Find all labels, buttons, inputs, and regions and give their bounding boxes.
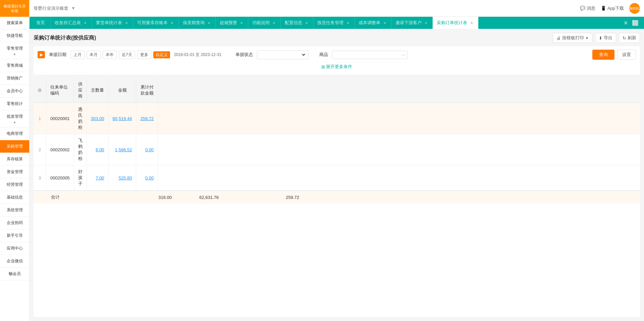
sidebar-item-18[interactable]: 企业微信 — [0, 255, 29, 268]
page-header: 采购订单统计表(按供应商) 🖨 按模板打印 ▼ ⬇ 导出 ↻ 刷新 — [34, 33, 640, 43]
app-download-icon: 📱 — [601, 6, 606, 11]
filter-more-date-button[interactable]: 更多 — [137, 51, 151, 59]
sidebar-item-label-8: 电商管理 — [7, 131, 23, 137]
th-qty: 主数量 — [87, 78, 108, 103]
sidebar-item-label-6: 零售统计 — [7, 101, 23, 107]
th-code: 往来单位编码 — [46, 78, 74, 103]
goods-filter-label: 商品 — [319, 52, 328, 58]
nav-tab-close-1[interactable]: ✕ — [83, 21, 88, 25]
nav-tab-close-4[interactable]: ✕ — [207, 21, 211, 25]
settings-button[interactable]: 设置 — [617, 50, 636, 60]
date-filter-label: 单据日期 — [49, 52, 66, 58]
nav-tab-8[interactable]: 拣货任务管理✕ — [313, 17, 355, 29]
nav-tab-3[interactable]: 可用量库存账本✕ — [133, 17, 179, 29]
sidebar-item-16[interactable]: 新手引导 — [0, 229, 29, 242]
nav-tab-5[interactable]: 超储预警✕ — [216, 17, 248, 29]
nav-tab-11[interactable]: 采购订单统计表✕ — [433, 17, 478, 29]
sidebar-item-label-0: 搜索菜单 — [7, 20, 23, 26]
cell-supplier-0: 惠氏奶粉 — [74, 103, 87, 134]
table-row: 3 00020005 好孩子 7.00 525.80 0.00 — [34, 165, 640, 191]
nav-tab-close-7[interactable]: ✕ — [304, 21, 309, 25]
user-avatar[interactable]: demo2 — [629, 3, 640, 14]
template-print-button[interactable]: 🖨 按模板打印 ▼ — [553, 33, 592, 43]
sidebar-item-7[interactable]: 批发管理▲ — [0, 110, 29, 127]
sidebar-item-11[interactable]: 资金管理 — [0, 166, 29, 178]
sidebar-item-9[interactable]: 采购管理 — [0, 140, 29, 153]
search-button[interactable]: 查询 — [592, 50, 614, 60]
app-download-button[interactable]: 📱 App下载 — [601, 5, 624, 11]
nav-tab-0[interactable]: 首页 — [31, 17, 51, 29]
sidebar-item-0[interactable]: 搜索菜单 — [0, 17, 29, 30]
nav-tab-close-2[interactable]: ✕ — [124, 21, 129, 25]
filter-row-1: ▶ 单据日期 上月 本月 本年 近7天 更多 自定义 2016-01-01 至 … — [38, 50, 636, 60]
nav-tab-close-9[interactable]: ✕ — [382, 21, 387, 25]
cell-amount-1: 1,586.52 — [108, 134, 136, 165]
nav-tab-4[interactable]: 保质期查询✕ — [179, 17, 216, 29]
sidebar-item-1[interactable]: 快捷导航 — [0, 30, 29, 42]
goods-input[interactable] — [334, 51, 401, 59]
th-settings: ⚙ — [34, 78, 46, 103]
sidebar-item-5[interactable]: 会员中心 — [0, 85, 29, 98]
filter-this-month-button[interactable]: 本月 — [87, 51, 101, 59]
sidebar-item-label-15: 企业协同 — [7, 220, 23, 226]
main-content: 母婴行业演示账套 ▼ 💬 消息 📱 App下载 demo2 首页收发存汇总表✕要… — [30, 0, 644, 321]
filter-7days-button[interactable]: 近7天 — [119, 51, 135, 59]
nav-tab-10[interactable]: 邀请下游客户✕ — [391, 17, 433, 29]
nav-tab-close-8[interactable]: ✕ — [345, 21, 350, 25]
nav-tab-6[interactable]: 功能说明✕ — [248, 17, 281, 29]
sidebar-item-19[interactable]: 畅会员 — [0, 268, 29, 280]
nav-tab-close-10[interactable]: ✕ — [424, 21, 428, 25]
filter-this-year-button[interactable]: 本年 — [103, 51, 117, 59]
nav-tab-7[interactable]: 配置信息✕ — [281, 17, 313, 29]
cell-extra-2 — [158, 165, 640, 191]
filter-last-month-button[interactable]: 上月 — [70, 51, 85, 59]
sidebar-item-2[interactable]: 零售管理▲ — [0, 42, 29, 59]
nav-tab-2[interactable]: 要货单统计表✕ — [92, 17, 133, 29]
sidebar-item-3[interactable]: 零售商城 — [0, 59, 29, 72]
sidebar-item-14[interactable]: 系统管理 — [0, 204, 29, 217]
sidebar-item-10[interactable]: 库存核算 — [0, 153, 29, 166]
sidebar-item-label-1: 快捷导航 — [7, 33, 23, 39]
cell-qty-0: 303.00 — [87, 103, 108, 134]
sidebar-item-13[interactable]: 基础信息 — [0, 191, 29, 204]
nav-tab-close-6[interactable]: ✕ — [272, 21, 276, 25]
sidebar-item-6[interactable]: 零售统计 — [0, 98, 29, 110]
nav-tab-close-5[interactable]: ✕ — [239, 21, 244, 25]
cell-paid-1: 0.00 — [136, 134, 158, 165]
sidebar-item-12[interactable]: 经营管理 — [0, 178, 29, 191]
expand-more-button[interactable]: ⊞ 展开更多条件 — [319, 62, 355, 71]
column-settings-icon[interactable]: ⚙ — [38, 88, 42, 93]
nav-expand-button[interactable]: ⬜ — [631, 19, 640, 27]
workspace-label: 母婴行业演示账套 — [34, 5, 68, 11]
export-button[interactable]: ⬇ 导出 — [595, 33, 616, 43]
status-select[interactable] — [259, 51, 306, 59]
nav-tab-close-11[interactable]: ✕ — [469, 21, 474, 25]
table-row: 2 00020002 飞鹤奶粉 6.00 1,586.52 0.00 — [34, 134, 640, 165]
nav-tab-label-8: 拣货任务管理 — [317, 20, 343, 26]
cell-supplier-2: 好孩子 — [74, 165, 87, 191]
nav-tab-1[interactable]: 收发存汇总表✕ — [51, 17, 92, 29]
goods-more-icon[interactable]: ··· — [401, 52, 406, 57]
refresh-button[interactable]: ↻ 刷新 — [619, 33, 640, 43]
cell-extra-0 — [158, 103, 640, 134]
filter-custom-badge[interactable]: 自定义 — [153, 51, 170, 58]
nav-tab-label-10: 邀请下游客户 — [395, 20, 422, 26]
sidebar-logo-text: 畅捷通好生意 标版 — [4, 4, 26, 13]
nav-close-button[interactable]: ✕ — [622, 19, 629, 27]
cell-qty-1: 6.00 — [87, 134, 108, 165]
sidebar-item-label-17: 应用中心 — [7, 246, 23, 251]
th-supplier: 供应商 — [74, 78, 87, 103]
sidebar-item-15[interactable]: 企业协同 — [0, 217, 29, 229]
sidebar-item-17[interactable]: 应用中心 — [0, 242, 29, 255]
th-paid: 累计付款金额 — [136, 78, 158, 103]
nav-tab-close-3[interactable]: ✕ — [170, 21, 174, 25]
nav-tab-9[interactable]: 成本调整单✕ — [355, 17, 391, 29]
workspace-dropdown-icon[interactable]: ▼ — [71, 6, 75, 11]
data-table: ⚙ 往来单位编码 供应商 主数量 金额 累计付款金额 1 00020001 惠氏… — [34, 78, 640, 191]
filter-collapse-button[interactable]: ▶ — [38, 51, 45, 58]
sidebar-item-label-14: 系统管理 — [7, 207, 23, 213]
message-button[interactable]: 💬 消息 — [580, 5, 595, 11]
page-title: 采购订单统计表(按供应商) — [34, 35, 96, 42]
sidebar-item-4[interactable]: 营销推广 — [0, 72, 29, 85]
sidebar-item-8[interactable]: 电商管理 — [0, 127, 29, 140]
